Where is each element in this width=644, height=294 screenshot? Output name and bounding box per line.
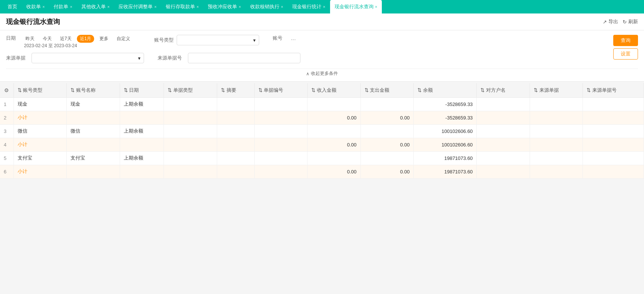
cell-doc-type bbox=[164, 138, 217, 151]
table-row[interactable]: 1 现金 现金 上期余额 -3528659.33 bbox=[0, 97, 644, 111]
cell-expense: 0.00 bbox=[360, 111, 414, 124]
nav-tab-5[interactable]: 预收冲应收单 × bbox=[203, 0, 245, 13]
cell-income: 0.00 bbox=[308, 111, 361, 124]
date-option-more[interactable]: 更多 bbox=[96, 35, 111, 43]
nav-tab-8[interactable]: 现金银行流水查询 × bbox=[330, 0, 382, 13]
cell-expense bbox=[360, 97, 414, 111]
close-icon-6[interactable]: × bbox=[281, 4, 283, 9]
col-sort-icon-12[interactable]: ⇅ bbox=[587, 87, 591, 93]
cell-source-doc-num bbox=[583, 138, 644, 151]
cell-account-name bbox=[67, 111, 120, 124]
column-counter-party: ⇅ 对方户名 bbox=[477, 83, 530, 97]
chevron-down-icon: ▾ bbox=[253, 37, 256, 43]
table-row[interactable]: 6 小计 0.00 0.00 19871073.60 bbox=[0, 165, 644, 178]
cell-account-type: 支付宝 bbox=[14, 151, 67, 165]
nav-tab-3[interactable]: 应收应付调整单 × bbox=[114, 0, 161, 13]
close-icon-4[interactable]: × bbox=[197, 4, 199, 9]
cell-num: 4 bbox=[0, 138, 14, 151]
cell-date bbox=[120, 111, 164, 124]
close-icon-0[interactable]: × bbox=[42, 4, 45, 9]
cell-doc-type bbox=[164, 111, 217, 124]
cell-counter-party bbox=[477, 111, 530, 124]
table-row[interactable]: 5 支付宝 支付宝 上期余额 19871073.60 bbox=[0, 151, 644, 165]
column-account-type: ⇅ 账号类型 bbox=[14, 83, 67, 97]
cell-num: 2 bbox=[0, 111, 14, 124]
date-option-today[interactable]: 今天 bbox=[40, 35, 55, 43]
col-sort-icon-7[interactable]: ⇅ bbox=[311, 87, 315, 93]
cell-num: 6 bbox=[0, 165, 14, 178]
gear-icon[interactable]: ⚙ bbox=[4, 87, 9, 93]
cell-expense: 0.00 bbox=[360, 165, 414, 178]
cell-num: 1 bbox=[0, 97, 14, 111]
refresh-icon: ↻ bbox=[623, 19, 627, 25]
col-sort-icon-4[interactable]: ⇅ bbox=[168, 87, 172, 93]
cell-doc-type bbox=[164, 97, 217, 111]
cell-account-type: 小计 bbox=[14, 165, 67, 178]
col-sort-icon-2[interactable]: ⇅ bbox=[71, 87, 75, 93]
column-balance: ⇅ 余额 bbox=[414, 83, 477, 97]
account-type-label: 账号类型 bbox=[154, 37, 174, 43]
nav-tab-0[interactable]: 收款单 × bbox=[22, 0, 49, 13]
account-label: 账号 bbox=[273, 35, 286, 42]
date-option-7days[interactable]: 近7天 bbox=[57, 35, 75, 43]
date-option-custom[interactable]: 自定义 bbox=[114, 35, 133, 43]
account-type-select[interactable]: ▾ bbox=[177, 35, 259, 45]
cell-expense bbox=[360, 124, 414, 138]
table-row[interactable]: 2 小计 0.00 0.00 -3528659.33 bbox=[0, 111, 644, 124]
cell-doc-type bbox=[164, 165, 217, 178]
nav-tab-7[interactable]: 现金银行统计 × bbox=[288, 0, 330, 13]
close-icon-1[interactable]: × bbox=[70, 4, 72, 9]
collapse-bar[interactable]: ∧ 收起更多条件 bbox=[6, 69, 638, 78]
close-icon-5[interactable]: × bbox=[239, 4, 241, 9]
cell-source-doc bbox=[530, 165, 583, 178]
refresh-button[interactable]: ↻ 刷新 bbox=[623, 18, 638, 25]
nav-tab-4[interactable]: 银行存取款单 × bbox=[161, 0, 203, 13]
cell-account-type: 现金 bbox=[14, 97, 67, 111]
close-icon-8[interactable]: × bbox=[375, 4, 377, 9]
cell-summary bbox=[217, 111, 255, 124]
date-option-yesterday[interactable]: 昨天 bbox=[23, 35, 38, 43]
col-sort-icon-8[interactable]: ⇅ bbox=[365, 87, 369, 93]
source-doc-num-input[interactable] bbox=[188, 53, 300, 63]
export-button[interactable]: ↗ 导出 bbox=[603, 18, 618, 25]
cell-doc-type bbox=[164, 151, 217, 165]
close-icon-3[interactable]: × bbox=[154, 4, 156, 9]
col-sort-icon-11[interactable]: ⇅ bbox=[534, 87, 538, 93]
date-option-1month[interactable]: 近1月 bbox=[77, 35, 95, 43]
nav-home[interactable]: 首页 bbox=[3, 0, 22, 13]
export-icon: ↗ bbox=[603, 19, 607, 25]
top-navigation: 首页 收款单 × 付款单 × 其他收入单 × 应收应付调整单 × 银行存取款单 … bbox=[0, 0, 644, 13]
settings-button[interactable]: 设置 bbox=[613, 48, 638, 60]
cell-source-doc-num bbox=[583, 124, 644, 138]
cell-date bbox=[120, 138, 164, 151]
col-sort-icon-9[interactable]: ⇅ bbox=[417, 87, 422, 93]
col-sort-icon-5[interactable]: ⇅ bbox=[221, 87, 225, 93]
cell-source-doc-num bbox=[583, 97, 644, 111]
cell-summary bbox=[217, 165, 255, 178]
table-row[interactable]: 4 小计 0.00 0.00 100102606.60 bbox=[0, 138, 644, 151]
cell-date: 上期余额 bbox=[120, 97, 164, 111]
column-doc-type: ⇅ 单据类型 bbox=[164, 83, 217, 97]
cell-balance: -3528659.33 bbox=[414, 111, 477, 124]
column-date: ⇅ 日期 bbox=[120, 83, 164, 97]
source-doc-label: 来源单据 bbox=[6, 55, 26, 61]
close-icon-7[interactable]: × bbox=[323, 4, 325, 9]
cell-counter-party bbox=[477, 124, 530, 138]
col-sort-icon-10[interactable]: ⇅ bbox=[480, 87, 485, 93]
query-button[interactable]: 查询 bbox=[613, 35, 638, 46]
col-sort-icon-3[interactable]: ⇅ bbox=[124, 87, 128, 93]
account-ellipsis[interactable]: ... bbox=[289, 35, 297, 42]
nav-tab-2[interactable]: 其他收入单 × bbox=[77, 0, 114, 13]
table-row[interactable]: 3 微信 微信 上期余额 100102606.60 bbox=[0, 124, 644, 138]
chevron-up-icon: ∧ bbox=[306, 71, 309, 76]
nav-tab-1[interactable]: 付款单 × bbox=[49, 0, 77, 13]
page-title: 现金银行流水查询 bbox=[6, 17, 60, 26]
cell-date: 上期余额 bbox=[120, 151, 164, 165]
nav-tab-6[interactable]: 收款核销执行 × bbox=[246, 0, 288, 13]
source-doc-select[interactable]: ▾ bbox=[32, 53, 144, 63]
close-icon-2[interactable]: × bbox=[107, 4, 110, 9]
cell-balance: 100102606.60 bbox=[414, 138, 477, 151]
col-sort-icon-6[interactable]: ⇅ bbox=[258, 87, 263, 93]
col-sort-icon[interactable]: ⇅ bbox=[18, 87, 22, 93]
cell-counter-party bbox=[477, 151, 530, 165]
